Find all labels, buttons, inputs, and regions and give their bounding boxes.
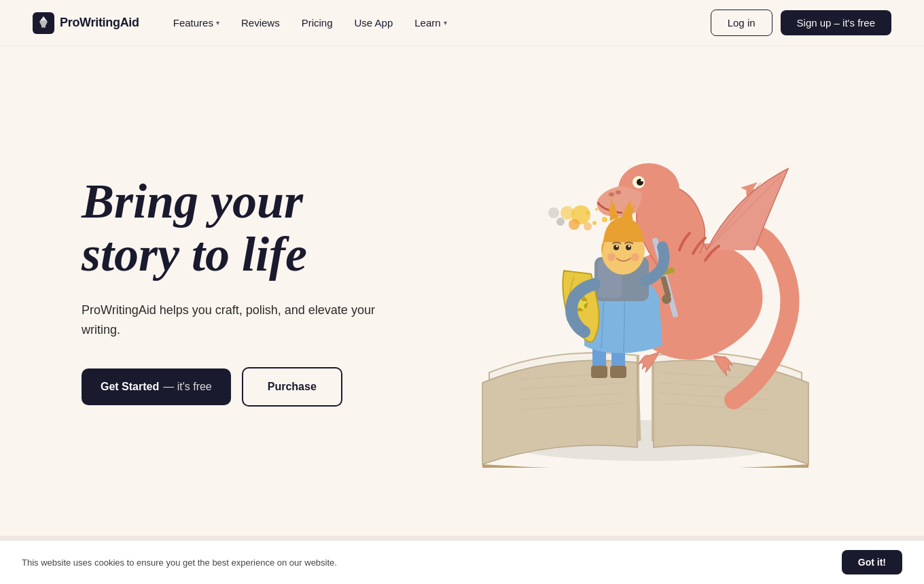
nav-features[interactable]: Features ▾	[164, 12, 229, 34]
hero-content: Bring your story to life ProWritingAid h…	[82, 175, 408, 406]
chevron-down-icon: ▾	[444, 19, 447, 27]
svg-rect-31	[591, 366, 607, 378]
cookie-accept-button[interactable]: Got it!	[842, 550, 902, 574]
get-started-button[interactable]: Get Started — it's free	[82, 368, 231, 405]
svg-point-47	[631, 253, 639, 261]
nav-reviews[interactable]: Reviews	[232, 12, 289, 34]
nav-use-app[interactable]: Use App	[345, 12, 403, 34]
logo[interactable]: ProWritingAid	[33, 12, 139, 34]
hero-title: Bring your story to life	[82, 175, 408, 281]
logo-icon	[33, 12, 54, 34]
svg-point-50	[586, 211, 590, 215]
svg-point-19	[561, 206, 574, 220]
purchase-button[interactable]: Purchase	[242, 367, 342, 407]
hero-buttons: Get Started — it's free Purchase	[82, 367, 408, 407]
hero-subtitle: ProWritingAid helps you craft, polish, a…	[82, 300, 408, 340]
svg-point-26	[641, 179, 643, 182]
hero-illustration	[435, 114, 856, 468]
cookie-text: This website uses cookies to ensure you …	[22, 557, 828, 568]
svg-point-23	[548, 207, 559, 218]
svg-point-40	[662, 294, 671, 304]
signup-button[interactable]: Sign up – it's free	[781, 10, 891, 35]
svg-point-28	[616, 190, 621, 194]
svg-point-45	[628, 245, 630, 247]
svg-point-22	[556, 218, 565, 226]
hero-section: Bring your story to life ProWritingAid h…	[0, 46, 924, 536]
svg-point-48	[602, 217, 607, 222]
nav-links: Features ▾ Reviews Pricing Use App Learn…	[164, 12, 457, 34]
logo-text: ProWritingAid	[60, 16, 139, 30]
svg-point-21	[584, 222, 592, 230]
cookie-banner: This website uses cookies to ensure you …	[0, 540, 924, 584]
svg-point-51	[595, 208, 598, 211]
nav-left: ProWritingAid Features ▾ Reviews Pricing…	[33, 12, 457, 34]
nav-pricing[interactable]: Pricing	[292, 12, 342, 34]
svg-rect-32	[610, 366, 626, 378]
svg-point-49	[592, 221, 597, 225]
navigation: ProWritingAid Features ▾ Reviews Pricing…	[0, 0, 924, 46]
svg-point-27	[609, 192, 614, 196]
nav-right: Log in Sign up – it's free	[711, 10, 891, 36]
svg-point-46	[607, 253, 616, 261]
svg-rect-3	[41, 26, 46, 28]
svg-point-20	[569, 219, 580, 230]
chevron-down-icon: ▾	[216, 19, 219, 27]
hero-dragon-illustration	[448, 114, 842, 468]
svg-point-44	[616, 245, 618, 247]
login-button[interactable]: Log in	[711, 10, 772, 36]
nav-learn[interactable]: Learn ▾	[405, 12, 456, 34]
